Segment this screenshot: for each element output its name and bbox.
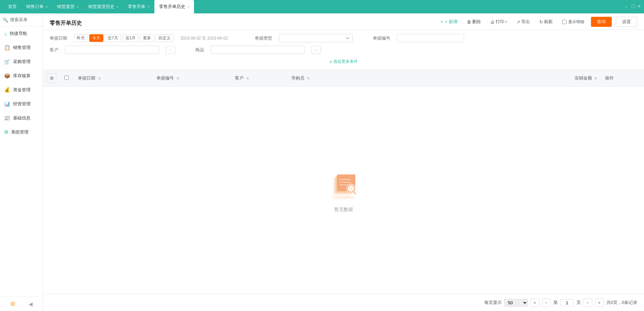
sidebar-item-finance[interactable]: 💰 资金管理: [0, 83, 43, 97]
customer-input[interactable]: [65, 46, 159, 54]
settings-button[interactable]: 设置: [616, 17, 637, 27]
refresh-button[interactable]: ↻ 刷新: [537, 17, 555, 26]
date-last7days-btn[interactable]: 近7天: [105, 34, 121, 42]
goods-ellipsis-btn[interactable]: ···: [311, 46, 321, 54]
filter-row-1: 单据日期 昨天 今天 近7天 近1月 更多 自定义 2023-06-02 至 2…: [50, 34, 637, 42]
tab-close-sales-order[interactable]: ×: [46, 5, 48, 9]
goods-input[interactable]: [211, 46, 305, 54]
sidebar-item-system[interactable]: ⚙ 系统管理: [0, 125, 43, 139]
sidebar-item-basic-info[interactable]: 📰 基础信息: [0, 111, 43, 125]
inventory-icon: 📦: [4, 73, 10, 79]
maximize-btn[interactable]: □: [632, 3, 635, 10]
date-last1month-btn[interactable]: 近1月: [122, 34, 139, 42]
per-page-label: 每页显示: [484, 300, 502, 306]
date-custom-btn[interactable]: 自定义: [155, 34, 174, 42]
per-page-select[interactable]: 50 100 200: [504, 299, 528, 307]
display-columns-button[interactable]: 显示明细: [559, 18, 587, 26]
refresh-icon: ↻: [539, 19, 543, 24]
tab-close-sales-return[interactable]: ×: [77, 5, 79, 9]
page-header: 零售开单历史 ＋ + 新增 🗑 删除 🖨 打印 ▾ ↗ 导出: [43, 13, 644, 30]
sidebar-search[interactable]: 🔍 搜索采单: [0, 13, 43, 27]
doc-type-select[interactable]: [279, 34, 353, 42]
col-date: 单据日期 ⇅: [74, 70, 152, 87]
doc-number-input[interactable]: [397, 34, 464, 42]
export-button[interactable]: ↗ 导出: [514, 17, 533, 26]
col-spacer: [355, 70, 523, 87]
sidebar-bottom: ⚙ ◀: [0, 297, 43, 311]
sidebar-item-sales-mgmt[interactable]: 📋 销售管理: [0, 41, 43, 55]
tab-retail-open[interactable]: 零售开单 ×: [123, 0, 154, 13]
tab-close-retail-open[interactable]: ×: [147, 5, 149, 9]
delete-button[interactable]: 🗑 删除: [464, 17, 484, 26]
close-btn[interactable]: ×: [638, 3, 641, 10]
new-button[interactable]: ＋ + 新增: [437, 17, 460, 26]
date-today-btn[interactable]: 今天: [89, 34, 103, 42]
sidebar-item-operations[interactable]: 📊 经营管理: [0, 97, 43, 111]
minimize-btn[interactable]: －: [624, 3, 629, 10]
tab-home[interactable]: 首页: [3, 0, 21, 13]
sort-salesperson-icon[interactable]: ⇅: [307, 76, 310, 80]
sort-number-icon[interactable]: ⇅: [177, 76, 179, 80]
top-tab-bar: 首页 销售订单 × 销货退货 × 销货退货历史 × 零售开单 × 零售开单历史 …: [0, 0, 644, 13]
sidebar-item-inventory[interactable]: 📦 库存核算: [0, 69, 43, 83]
date-buttons: 昨天 今天 近7天 近1月 更多 自定义: [74, 34, 174, 42]
col-customer: 客户 ⇅: [231, 70, 287, 87]
pagination: 每页显示 50 100 200 « ‹ 第 页 › » 共0页，0条记录: [43, 294, 644, 311]
svg-line-9: [354, 192, 356, 194]
sort-amount-icon[interactable]: ⇅: [594, 76, 597, 80]
print-icon: 🖨: [490, 19, 495, 24]
empty-illustration: [327, 168, 360, 201]
date-range-text: 2023-06-02 至 2023-06-02: [180, 36, 228, 41]
tab-sales-return-history[interactable]: 销货退货历史 ×: [84, 0, 123, 13]
sidebar-item-purchase-mgmt[interactable]: 🛒 采购管理: [0, 55, 43, 69]
system-icon: ⚙: [4, 129, 8, 135]
tab-close-sales-return-history[interactable]: ×: [116, 5, 118, 9]
column-settings-btn[interactable]: ⚙: [47, 73, 56, 83]
home-icon: ⌂: [4, 31, 7, 37]
date-more-btn[interactable]: 更多: [140, 34, 154, 42]
display-columns-checkbox[interactable]: [562, 20, 566, 24]
date-yesterday-btn[interactable]: 昨天: [74, 34, 88, 42]
doc-number-label: 单据编号: [373, 35, 390, 41]
col-action: 操作: [601, 70, 644, 87]
col-setting: ⚙: [43, 70, 60, 87]
header-actions: ＋ + 新增 🗑 删除 🖨 打印 ▾ ↗ 导出 ↻: [437, 17, 637, 30]
sort-customer-icon[interactable]: ⇅: [246, 76, 249, 80]
col-number: 单据编号 ⇅: [152, 70, 231, 87]
sort-date-icon[interactable]: ⇅: [98, 76, 101, 80]
customer-ellipsis-btn[interactable]: ···: [166, 46, 175, 54]
goods-label: 商品: [195, 47, 204, 53]
filter-area: 单据日期 昨天 今天 近7天 近1月 更多 自定义 2023-06-02 至 2…: [43, 30, 644, 70]
content-area: 零售开单历史 ＋ + 新增 🗑 删除 🖨 打印 ▾ ↗ 导出: [43, 13, 644, 311]
window-controls: － □ ×: [624, 3, 641, 10]
basic-info-icon: 📰: [4, 115, 10, 121]
empty-text: 暂无数据: [334, 207, 353, 213]
chevron-up-icon: ∧: [329, 59, 332, 64]
finance-icon: 💰: [4, 87, 10, 93]
col-salesperson: 导购员 ⇅: [287, 70, 355, 87]
tab-sales-order[interactable]: 销售订单 ×: [21, 0, 52, 13]
search-icon: 🔍: [3, 17, 8, 22]
next-page-btn[interactable]: ›: [584, 298, 592, 307]
purchase-icon: 🛒: [4, 59, 10, 65]
collapse-more-btn[interactable]: ∧ 收起更多条件: [50, 57, 637, 66]
print-button[interactable]: 🖨 打印 ▾: [488, 17, 510, 26]
page-number-input[interactable]: [560, 299, 574, 306]
query-button[interactable]: 查询: [591, 17, 612, 27]
empty-state: 暂无数据: [43, 87, 644, 294]
prev-page-btn[interactable]: ‹: [542, 298, 551, 307]
customer-label: 客户: [50, 47, 58, 53]
last-page-btn[interactable]: »: [595, 298, 604, 307]
tab-close-retail-open-history[interactable]: ×: [187, 5, 189, 9]
col-amount: 实销金额 ⇅: [523, 70, 601, 87]
doc-type-label: 单据类型: [255, 35, 272, 41]
sidebar-collapse-btn[interactable]: ◀: [29, 301, 33, 307]
export-icon: ↗: [516, 19, 520, 24]
tab-retail-open-history[interactable]: 零售开单历史 ×: [154, 0, 194, 13]
data-table: ⚙ 单据日期 ⇅ 单据编号 ⇅: [43, 70, 644, 87]
select-all-checkbox[interactable]: [64, 75, 69, 80]
tab-sales-return[interactable]: 销货退货 ×: [52, 0, 83, 13]
sidebar-settings-btn[interactable]: ⚙: [10, 300, 15, 308]
sidebar-item-quick-nav[interactable]: ⌂ 快捷导航: [0, 27, 43, 41]
first-page-btn[interactable]: «: [531, 298, 539, 307]
